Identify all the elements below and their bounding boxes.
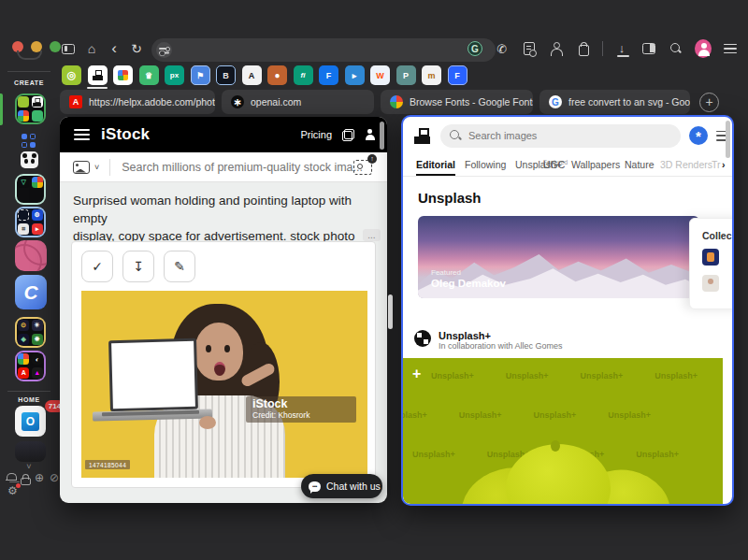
app-icon-4[interactable]: ♛ bbox=[139, 65, 159, 85]
reload-icon: ↻ bbox=[131, 41, 142, 56]
nav-tab-travel-truncated[interactable]: Tr bbox=[712, 159, 721, 170]
folder-yellow-apps[interactable]: ⊙ ✳ ◈ ❋ bbox=[15, 317, 46, 348]
chat-with-us-button[interactable]: ••• Chat with us bbox=[301, 474, 382, 498]
folder-media-tools[interactable]: ⚙ ⌗ ▸ bbox=[15, 207, 46, 237]
asset-card: ✓ ↧ ✎ iStock bbox=[71, 241, 376, 488]
settings-gear-icon[interactable]: ⚙ bbox=[7, 484, 18, 497]
edit-button[interactable]: ✎ bbox=[164, 251, 195, 282]
panda-app-icon[interactable] bbox=[21, 151, 38, 168]
app-icon-freepik[interactable]: F bbox=[319, 65, 338, 85]
lock-icon[interactable] bbox=[21, 474, 29, 483]
unsplash-plus-title[interactable]: Unsplash+ bbox=[439, 330, 563, 341]
istock-menu-button[interactable] bbox=[74, 129, 90, 140]
bell-icon[interactable] bbox=[7, 473, 15, 482]
app-icon-13[interactable]: W bbox=[370, 65, 390, 85]
stock-photo[interactable]: iStock Credit: Khosrork 1474185044 bbox=[81, 291, 367, 478]
profile-button[interactable] bbox=[695, 39, 712, 58]
collection-thumbnail[interactable] bbox=[702, 249, 719, 266]
downloads-button[interactable]: ↓ bbox=[613, 39, 630, 58]
unsplash-plus-photo[interactable]: + Unsplash+ Unsplash+ Unsplash+ Unsplash… bbox=[403, 358, 723, 504]
unsplash-scrollbar[interactable] bbox=[726, 121, 730, 158]
app-icon-3[interactable] bbox=[113, 65, 133, 85]
nav-tab-following[interactable]: Following bbox=[465, 159, 506, 170]
dribbble-app-icon[interactable] bbox=[15, 240, 47, 271]
collapse-chevron-icon[interactable]: ˅ bbox=[0, 462, 58, 471]
nav-tab-3d-renders[interactable]: 3D Renders bbox=[660, 159, 712, 170]
tab-adobe-helpx[interactable]: A https://helpx.adobe.com/phot... bbox=[60, 90, 215, 114]
search-button[interactable] bbox=[668, 39, 684, 58]
app-icon-6[interactable]: ⚑ bbox=[191, 65, 210, 85]
app-icon-1[interactable]: ◎ bbox=[62, 65, 81, 85]
mini-app-icon: ✳ bbox=[32, 320, 43, 331]
call-extension-button[interactable]: ✆ bbox=[494, 39, 511, 58]
app-icon-12[interactable]: ▸ bbox=[345, 65, 365, 85]
extension-badge-icon[interactable]: * bbox=[689, 126, 708, 145]
address-bar[interactable] bbox=[151, 38, 496, 62]
app-glyph: F bbox=[454, 71, 460, 80]
sidebar-toggle-button[interactable] bbox=[57, 36, 79, 61]
nav-scroll-chevron-icon[interactable]: › bbox=[722, 159, 726, 170]
folder-dev-tools[interactable]: ▽ bbox=[15, 174, 46, 205]
app-menu-button[interactable] bbox=[722, 39, 739, 58]
app-icon-9[interactable]: ● bbox=[267, 65, 287, 85]
unsplash-logo[interactable] bbox=[414, 128, 430, 144]
app-icon-14[interactable]: P bbox=[396, 65, 416, 85]
check-icon: ✓ bbox=[92, 259, 103, 274]
bag-extension-button[interactable] bbox=[575, 39, 592, 58]
app-icon-8[interactable]: A bbox=[242, 65, 262, 85]
app-icon-pexels[interactable]: px bbox=[165, 65, 184, 85]
tab-openai[interactable]: ∗ openai.com bbox=[222, 90, 374, 114]
split-view-button[interactable] bbox=[640, 39, 657, 58]
notes-extension-button[interactable] bbox=[521, 39, 538, 58]
grammarly-extension-button[interactable]: G bbox=[467, 39, 483, 58]
app-glyph: B bbox=[223, 71, 229, 80]
collections-label: Collec bbox=[702, 230, 732, 241]
active-section-indicator bbox=[0, 93, 3, 125]
c-app-icon[interactable]: C bbox=[15, 275, 47, 309]
unsplash-plus-avatar[interactable] bbox=[414, 330, 431, 347]
app-icon-15[interactable]: m bbox=[422, 65, 441, 85]
account-icon[interactable] bbox=[365, 129, 376, 140]
featured-banner[interactable]: Featured Oleg Demakov bbox=[418, 216, 699, 298]
nav-tab-wallpapers[interactable]: Wallpapers bbox=[571, 159, 620, 170]
tab-google-fonts[interactable]: Browse Fonts - Google Fonts bbox=[381, 90, 533, 114]
mini-app-icon: ⌗ bbox=[18, 223, 29, 235]
istock-search-bar[interactable]: ˅ Search millions of premium-quality sto… bbox=[60, 152, 387, 182]
unsplash-page-window: Search images * Editorial Following Unsp… bbox=[401, 115, 734, 506]
pricing-link[interactable]: Pricing bbox=[300, 129, 332, 140]
app-icon-16[interactable]: F bbox=[448, 65, 468, 85]
back-button[interactable]: ‹ bbox=[103, 36, 125, 61]
mini-app-icon: ▽ bbox=[18, 177, 29, 188]
app-icon-7[interactable]: B bbox=[216, 65, 236, 85]
app-icon-unsplash-active[interactable] bbox=[88, 65, 108, 85]
media-type-caret-icon[interactable]: ˅ bbox=[94, 163, 99, 172]
app-icon-flaticon[interactable]: fi bbox=[294, 65, 313, 85]
select-button[interactable]: ✓ bbox=[81, 251, 113, 282]
unsplash-search-bar[interactable]: Search images bbox=[440, 124, 681, 148]
nav-tab-ugc[interactable]: UGC bbox=[543, 159, 565, 170]
folder-create-apps[interactable] bbox=[15, 93, 46, 124]
boards-icon[interactable] bbox=[342, 129, 354, 141]
split-view-divider-handle[interactable] bbox=[388, 294, 393, 329]
contacts-extension-button[interactable] bbox=[548, 39, 565, 58]
nav-tab-editorial[interactable]: Editorial bbox=[416, 159, 455, 176]
site-settings-button[interactable] bbox=[156, 42, 172, 58]
apps-grid-icon[interactable] bbox=[22, 134, 37, 148]
nav-tab-nature[interactable]: Nature bbox=[625, 159, 654, 170]
search-by-image-icon[interactable] bbox=[353, 160, 372, 175]
home-button[interactable]: ⌂ bbox=[80, 36, 103, 61]
tab-google-search[interactable]: G free convert to an svg - Googl... bbox=[539, 90, 690, 114]
title-more-button[interactable]: ... bbox=[363, 229, 380, 241]
chat-label: Chat with us bbox=[326, 481, 381, 492]
istock-scrollbar[interactable] bbox=[380, 122, 384, 150]
collection-thumbnail[interactable] bbox=[702, 275, 719, 292]
ban-icon[interactable]: ⊘ bbox=[50, 471, 59, 484]
outlook-app-icon[interactable]: O 714 bbox=[15, 406, 46, 437]
istock-logo[interactable]: iStock bbox=[101, 125, 150, 144]
reload-button[interactable]: ↻ bbox=[125, 36, 148, 61]
photo-figure bbox=[194, 323, 243, 381]
new-tab-button[interactable]: + bbox=[699, 93, 719, 112]
globe-icon[interactable]: ⊕ bbox=[35, 471, 44, 484]
download-button[interactable]: ↧ bbox=[122, 251, 154, 282]
folder-adobe-apps[interactable]: ◐ A ▲ bbox=[15, 351, 46, 381]
